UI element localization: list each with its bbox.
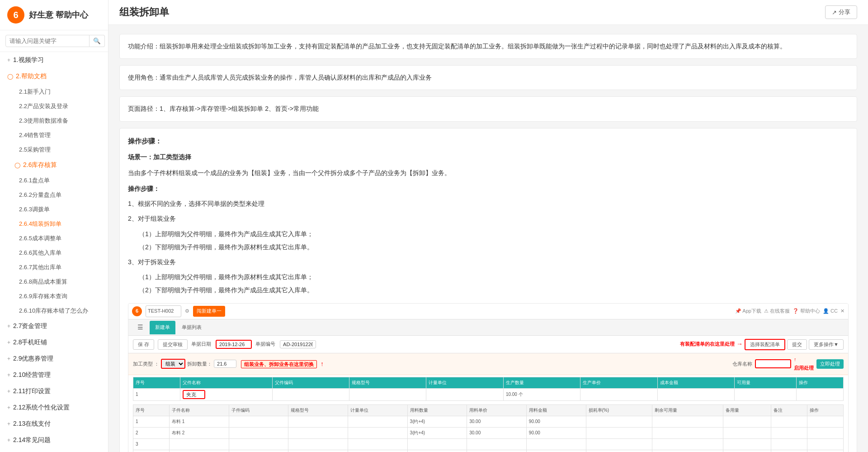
sidebar-item-2-14[interactable]: + 2.14常见问题 [0, 432, 108, 448]
expand-icon-2-12: + [7, 404, 10, 411]
sidebar-item-2-12-label: 2.12系统个性化设置 [13, 404, 70, 412]
mock-lower-th-price: 用料单价 [467, 405, 527, 416]
mock-lower-th-no: 序号 [133, 405, 170, 416]
intro-block-1: 功能介绍：组装拆卸单用来处理企业组装或拆卸等加工业务，支持有固定装配清单的产品加… [119, 34, 857, 59]
step1: 1、根据不同的业务，选择不同单据的类型来处理 [128, 198, 849, 209]
share-button[interactable]: ↗ 分享 [825, 5, 857, 19]
mock-lower-th-qty: 用料数量 [407, 405, 467, 416]
sidebar-item-2-8-label: 2.8手机旺铺 [13, 338, 47, 347]
mock-lower-th-spec: 规格型号 [288, 405, 348, 416]
sidebar-item-2-5[interactable]: 2.5采购管理 [0, 143, 108, 157]
sidebar-item-2-6-9[interactable]: 2.6.9库存账本查询 [0, 289, 108, 304]
mock-submit-btn2[interactable]: 提交 [787, 339, 807, 350]
mock-warehouse-input[interactable] [755, 359, 791, 368]
mock-annotation-right: ↑启用处理 [794, 355, 814, 373]
app-title: 好生意 帮助中心 [29, 10, 88, 20]
sidebar-item-2-6-1[interactable]: 2.6.1盘点单 [0, 173, 108, 188]
sidebar-item-video[interactable]: + 1.视频学习 [0, 52, 108, 68]
path-text: 页面路径：1、库存核算->库存管理->组装拆卸单 2、首页->常用功能 [128, 105, 319, 112]
mock-process-type-label2: 拆卸数量： [187, 360, 212, 369]
sidebar-item-docs-label: 2.帮助文档 [16, 72, 47, 81]
sidebar-item-2-7-label: 2.7资金管理 [13, 322, 47, 330]
mock-date-input[interactable] [216, 340, 252, 349]
mock-qty-input[interactable] [214, 360, 236, 368]
mock-more-btn[interactable]: 更多操作▼ [809, 339, 844, 350]
mock-upper-td-code [272, 389, 349, 401]
search-button[interactable]: 🔍 [90, 35, 105, 47]
mock-upper-th-qty: 生产数量 [503, 377, 580, 389]
mock-close-icon[interactable]: ✕ [840, 307, 844, 316]
sidebar-item-2-6-10[interactable]: 2.6.10库存账本错了怎么办 [0, 304, 108, 318]
mock-orange-btn[interactable]: 闯新建单一 [193, 306, 225, 317]
mock-billno-input[interactable] [280, 340, 316, 348]
mock-warehouse-label: 仓库名称 [732, 360, 752, 369]
sidebar-item-docs[interactable]: ◯ 2.帮助文档 [0, 68, 108, 85]
screenshot-mockup: 6 TEST-H002 ⚙ 闯新建单一 📌 App下载 ⚠ 在线客服 ❓ 帮助中… [128, 303, 849, 452]
mock-upper-th-price: 生产单价 [580, 377, 657, 389]
mock-item-name-input[interactable] [183, 390, 205, 399]
mock-upper-td-price [580, 389, 657, 401]
search-input[interactable] [5, 35, 90, 47]
mock-annotation-mid-container: 组装业务、拆卸业务在这里切换 ↑ [241, 358, 324, 370]
sidebar-item-2-13[interactable]: + 2.13在线支付 [0, 416, 108, 432]
sidebar-item-2-6-7[interactable]: 2.6.7其他出库单 [0, 260, 108, 275]
sidebar-item-2-15[interactable]: + 2.15操作案例 [0, 448, 108, 452]
mock-upper-th-no: 序号 [133, 377, 180, 389]
sidebar-item-2-12[interactable]: + 2.12系统个性化设置 [0, 400, 108, 416]
sidebar-item-2-10-label: 2.10经营管理 [13, 371, 51, 379]
sidebar-item-2-6-8[interactable]: 2.6.8商品成本重算 [0, 275, 108, 289]
share-icon: ↗ [832, 9, 837, 16]
intro-block-2: 使用角色：通常由生产人员或库管人员完成拆装业务的操作，库管人员确认原材料的出库和… [119, 65, 857, 90]
mock-upper-td-unit [426, 389, 503, 401]
mock-lower-th-code: 子件编码 [229, 405, 288, 416]
mock-form-row-date: 单据日期 [191, 340, 252, 349]
mock-tab-list[interactable]: 单据列表 [176, 321, 207, 334]
sidebar-item-2-9[interactable]: + 2.9优惠券管理 [0, 351, 108, 367]
mock-annotation-top: 有装配清单的在这里处理 [680, 340, 735, 349]
mock-btn-submit[interactable]: 提交审核 [158, 339, 188, 350]
mock-type-select[interactable]: 组装 拆卸 [161, 359, 185, 369]
mock-upper-th-code: 父件编码 [272, 377, 349, 389]
step3-sub2: （2）下部明细为子件明细，最终作为产成品生成其它入库单。 [139, 285, 849, 296]
sidebar-item-2-6-3[interactable]: 2.6.3调拨单 [0, 202, 108, 217]
mock-settings-link[interactable]: ⚙ [185, 307, 189, 316]
sidebar-item-2-7[interactable]: + 2.7资金管理 [0, 318, 108, 334]
top-bar: 组装拆卸单 ↗ 分享 [108, 0, 868, 25]
sidebar-item-2-6-2[interactable]: 2.6.2分量盘点单 [0, 188, 108, 202]
sidebar-item-2-9-label: 2.9优惠券管理 [13, 355, 53, 363]
sidebar-item-2-10[interactable]: + 2.10经营管理 [0, 367, 108, 383]
mock-company-select[interactable]: TEST-H002 [146, 305, 181, 317]
table-row: 2 布料 2 3(约+4) 30.00 90.00 [133, 428, 844, 439]
sidebar-item-2-6[interactable]: ◯ 2.6库存核算 [0, 157, 108, 173]
sidebar-item-2-6-5[interactable]: 2.6.5成本调整单 [0, 231, 108, 246]
scene1-title: 场景一：加工类型选择 [128, 153, 191, 161]
sidebar-item-2-6-4[interactable]: 2.6.4组装拆卸单 [0, 217, 108, 231]
mock-type-group: 加工类型 ： 组装 拆卸 拆卸数量： [133, 359, 236, 369]
scene1-desc: 当由多个子件材料组装成一个成品的业务为【组装】业务，当由一个父件拆分成多个子产品… [128, 167, 849, 179]
sidebar-item-2-6-6[interactable]: 2.6.6其他入库单 [0, 246, 108, 260]
mock-lower-th-avail: 剩余可用量 [652, 405, 723, 416]
mock-sidebar-icon[interactable]: ☰ [132, 319, 149, 335]
mock-btn-save[interactable]: 保 存 [133, 339, 154, 350]
mock-tab-new[interactable]: 新建单 [150, 321, 175, 334]
mock-annotation-top-area: 有装配清单的在这里处理 → 选择装配清单 提交 更多操作▼ [680, 338, 844, 350]
mock-select-bom-btn[interactable]: 选择装配清单 [745, 339, 785, 350]
search-icon: 🔍 [93, 38, 101, 44]
sidebar-item-2-8[interactable]: + 2.8手机旺铺 [0, 334, 108, 351]
expand-icon-2-11: + [7, 388, 10, 395]
sidebar-item-2-4[interactable]: 2.4销售管理 [0, 128, 108, 143]
mock-titlebar: 6 TEST-H002 ⚙ 闯新建单一 📌 App下载 ⚠ 在线客服 ❓ 帮助中… [128, 304, 848, 319]
expand-icon-docs: ◯ [7, 73, 13, 80]
sidebar-item-2-2[interactable]: 2.2产品安装及登录 [0, 99, 108, 114]
mock-confirm-btn[interactable]: 立即处理 [816, 359, 844, 369]
mock-upper-td-amount [657, 389, 734, 401]
path-block: 页面路径：1、库存核算->库存管理->组装拆卸单 2、首页->常用功能 [119, 96, 857, 121]
mock-arrow-right: → [736, 338, 743, 350]
mock-annotation-mid: 组装业务、拆卸业务在这里切换 [241, 360, 317, 368]
sidebar-item-2-1[interactable]: 2.1新手入门 [0, 85, 108, 99]
step2-sub1: （1）上部明细为父件明细，最终作为产成品生成其它入库单； [139, 228, 849, 240]
sidebar-item-2-3[interactable]: 2.3使用前数据准备 [0, 114, 108, 128]
intro-text-2: 使用角色：通常由生产人员或库管人员完成拆装业务的操作，库管人员确认原材料的出库和… [128, 74, 432, 81]
mock-app-window: 6 TEST-H002 ⚙ 闯新建单一 📌 App下载 ⚠ 在线客服 ❓ 帮助中… [128, 304, 848, 452]
sidebar-item-2-11[interactable]: + 2.11打印设置 [0, 383, 108, 400]
